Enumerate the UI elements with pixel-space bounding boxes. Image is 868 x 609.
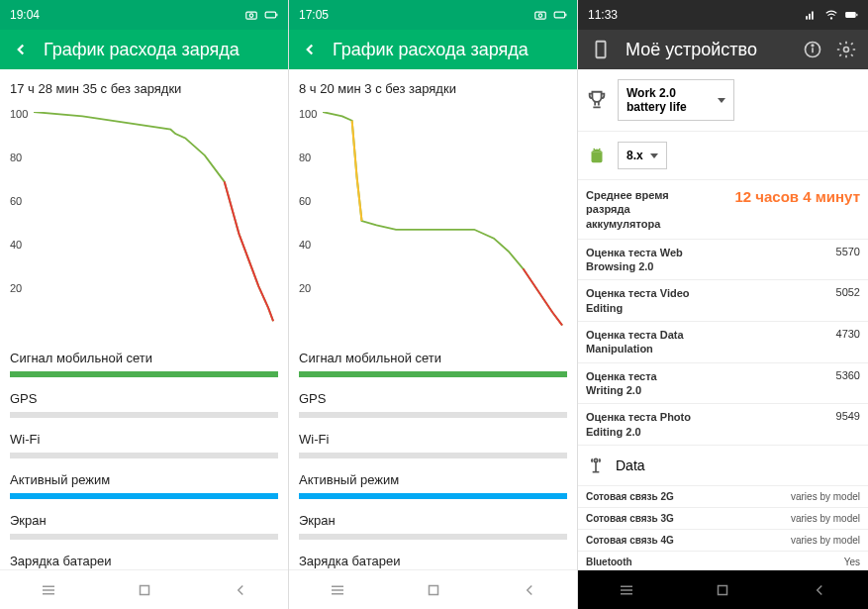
status-bar: 19:04 [0,0,288,30]
signal-label: Сигнал мобильной сети [0,337,288,371]
nav-bar [289,569,577,609]
back-icon[interactable] [301,41,319,58]
home-icon[interactable] [136,581,153,599]
screen-label: Экран [289,499,577,534]
device-icon [590,39,612,60]
active-bar [299,493,567,499]
score-value: 5360 [836,369,860,398]
svg-rect-17 [809,14,811,20]
camera-icon [244,8,258,22]
screen-label: Экран [0,499,288,534]
score-value: 4730 [836,328,860,356]
home-icon[interactable] [714,581,731,599]
svg-rect-0 [246,12,257,19]
avg-discharge-row: Среднее время разряда аккумулятора 12 ча… [578,180,868,240]
signal-icon [805,8,819,22]
status-bar: 17:05 [289,0,577,30]
spec-row: BluetoothYes [578,552,868,569]
info-icon[interactable] [803,40,822,59]
spec-value: varies by model [791,513,860,524]
test-select[interactable]: Work 2.0 battery life [618,79,734,121]
screen-bar [10,534,278,540]
active-bar [10,493,278,499]
spec-label: Сотовая связь 3G [586,513,674,524]
version-select[interactable]: 8.x [618,142,667,169]
back-icon[interactable] [12,41,30,58]
svg-rect-10 [554,12,565,18]
menu-icon[interactable] [40,581,57,599]
back-nav-icon[interactable] [521,581,538,599]
score-value: 5052 [836,286,860,315]
score-label: Оценка теста Web Browsing 2.0 [586,246,695,274]
spec-row: Сотовая связь 2Gvaries by model [578,486,868,508]
score-label: Оценка теста Video Editing [586,286,695,315]
spec-value: Yes [844,557,860,567]
battery-icon [553,8,567,22]
signal-label: Сигнал мобильной сети [289,337,577,371]
nav-bar [578,569,868,609]
antenna-icon [586,456,606,475]
status-bar: 11:33 [578,0,868,30]
header: Моё устройство [578,30,868,69]
wifi-label: Wi-Fi [0,418,288,453]
score-label: Оценка теста Photo Editing 2.0 [586,410,695,439]
home-icon[interactable] [425,581,442,599]
signal-bar [299,371,567,377]
score-row: Оценка теста Writing 2.05360 [578,363,868,405]
score-row: Оценка теста Web Browsing 2.05570 [578,240,868,281]
battery-chart: 100 80 60 40 20 [10,104,278,337]
chevron-down-icon [650,153,658,158]
wifi-bar [299,453,567,458]
gear-icon[interactable] [836,40,856,59]
page-title: График расхода заряда [333,40,565,60]
active-label: Активный режим [0,458,288,493]
spec-label: Bluetooth [586,557,632,567]
svg-point-1 [249,14,253,17]
svg-rect-18 [812,12,814,20]
svg-point-26 [844,48,849,52]
chevron-down-icon [718,98,725,103]
gps-bar [299,412,567,418]
svg-rect-2 [265,12,276,18]
svg-point-9 [538,14,542,17]
page-title: График расхода заряда [44,40,276,60]
gps-label: GPS [0,377,288,412]
android-icon [586,145,608,166]
charging-label: Зарядка батареи [289,540,577,569]
score-row: Оценка теста Video Editing5052 [578,280,868,322]
wifi-bar [10,453,278,458]
page-title: Моё устройство [626,40,789,60]
header: График расхода заряда [0,30,288,69]
back-nav-icon[interactable] [232,581,249,599]
score-value: 5570 [836,246,860,274]
active-label: Активный режим [289,458,577,493]
clock: 19:04 [10,8,40,22]
spec-label: Сотовая связь 4G [586,535,674,546]
back-nav-icon[interactable] [811,581,828,599]
trophy-icon [586,89,608,111]
battery-icon [844,8,858,22]
wifi-label: Wi-Fi [289,418,577,453]
score-label: Оценка теста Writing 2.0 [586,369,695,398]
score-label: Оценка теста Data Manipulation [586,328,695,356]
svg-rect-20 [845,12,856,18]
menu-icon[interactable] [618,581,635,599]
svg-point-19 [830,18,831,19]
score-value: 9549 [836,410,860,439]
signal-bar [10,371,278,377]
clock: 11:33 [588,8,618,22]
spec-label: Сотовая связь 2G [586,491,674,502]
camera-icon [533,8,547,22]
battery-chart: 100 80 60 40 20 [299,104,567,337]
menu-icon[interactable] [329,581,346,599]
spec-value: varies by model [791,535,860,546]
wifi-icon [824,8,838,22]
spec-value: varies by model [791,491,860,502]
nav-bar [0,569,288,609]
score-row: Оценка теста Data Manipulation4730 [578,322,868,363]
screen-bar [299,534,567,540]
gps-label: GPS [289,377,577,412]
duration-text: 17 ч 28 мин 35 с без зарядки [0,69,288,104]
clock: 17:05 [299,8,329,22]
svg-rect-8 [535,12,546,19]
